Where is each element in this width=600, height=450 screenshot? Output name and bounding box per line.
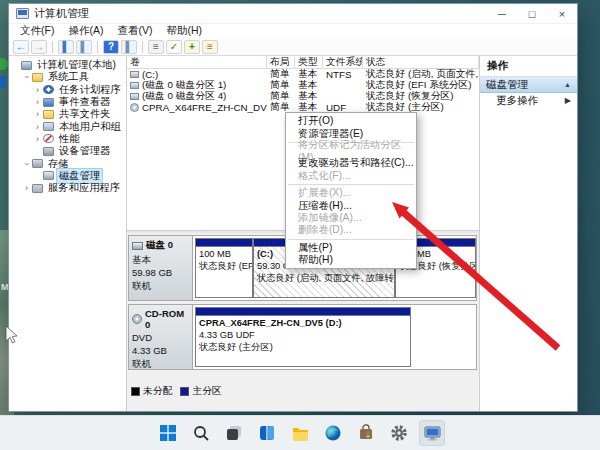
legend-item-0: 未分配: [131, 385, 172, 398]
column-header-1[interactable]: 布局: [267, 56, 295, 68]
tree-expander-icon[interactable]: ›: [33, 134, 42, 144]
tree-item-storage[interactable]: ›存储: [9, 157, 126, 169]
column-header-2[interactable]: 类型: [295, 56, 323, 68]
toolbar-separator: [52, 41, 53, 53]
disk-icon: [130, 93, 139, 100]
legend-label: 主分区: [192, 385, 221, 398]
widgets-icon[interactable]: [254, 420, 280, 446]
volume-cell: 状态良好 (启动, 页面文件, 故障转储, 基本数据分...: [363, 69, 479, 80]
tree-expander-icon[interactable]: ›: [22, 159, 32, 168]
app-icon: [16, 8, 29, 19]
add-folder-icon[interactable]: +: [184, 40, 200, 54]
tree-item-folder[interactable]: ›系统工具: [9, 71, 126, 83]
cdrom0-info[interactable]: CD-ROM 0 DVD 4.33 GB 联机: [129, 305, 193, 369]
edge-icon[interactable]: [320, 420, 346, 446]
cdrom0-name: CD-ROM 0: [145, 308, 190, 330]
partition-status: 状态良好 (启动, 页面文件, 故障转储, 基本数据分区): [257, 272, 391, 284]
store-icon[interactable]: [353, 420, 379, 446]
cdrom0-size: 4.33 GB: [132, 345, 190, 358]
disk0-size: 59.98 GB: [132, 267, 190, 280]
tree-item-event-viewer[interactable]: ›事件查看器: [9, 96, 126, 108]
dvd-media-box[interactable]: CPRA_X64FRE_ZH-CN_DV5 (D:) 4.33 GB UDF 状…: [195, 307, 411, 367]
legend-swatch: [180, 387, 189, 396]
titlebar[interactable]: 计算机管理 ─ □ ×: [9, 4, 577, 24]
check-doc-icon[interactable]: ✓: [166, 40, 182, 54]
tree-item-services[interactable]: ›服务和应用程序: [9, 182, 126, 194]
tree-item-label: 服务和应用程序: [46, 181, 122, 195]
partition-color-strip: [196, 308, 410, 316]
shared-folders-icon: [43, 110, 54, 119]
column-header-3[interactable]: 文件系统: [323, 56, 363, 68]
context-menu-item-13[interactable]: 帮助(H): [286, 254, 416, 266]
menu-1[interactable]: 操作(A): [61, 24, 110, 38]
menu-separator: [288, 239, 414, 240]
details-icon[interactable]: ≡: [202, 40, 218, 54]
back-icon[interactable]: ←: [13, 40, 29, 54]
computer-icon: [21, 61, 32, 70]
volume-cell: 基本: [295, 80, 323, 91]
minimize-button[interactable]: ─: [487, 4, 517, 23]
disk0-partition-0[interactable]: 100 MB状态良好 (EFI 系统分区): [195, 238, 253, 298]
tree-item-shared-folders[interactable]: ›共享文件夹: [9, 108, 126, 120]
volume-row-1[interactable]: (磁盘 0 磁盘分区 1)简单基本状态良好 (EFI 系统分区): [127, 80, 479, 91]
tree-item-device-manager[interactable]: 设备管理器: [9, 145, 126, 157]
tree-expander-icon[interactable]: ›: [33, 85, 42, 95]
dvd-status: 状态良好 (主分区): [199, 341, 407, 353]
context-menu-item-0[interactable]: 打开(O): [286, 115, 416, 127]
console-window-icon-2[interactable]: ▌: [121, 40, 137, 54]
context-menu-item-5: 格式化(F)...: [286, 170, 416, 182]
tree-item-performance[interactable]: ›性能: [9, 133, 126, 145]
desktop: M 计算机管理 ─ □ × 文件(F)操作(A)查看(V)帮助(H) ←→▌▌?…: [0, 0, 600, 450]
maximize-button[interactable]: □: [517, 4, 547, 23]
context-menu: 打开(O)资源管理器(E)将分区标记为活动分区(M)更改驱动器号和路径(C)..…: [285, 112, 417, 269]
task-view-icon[interactable]: [221, 420, 247, 446]
volume-row-2[interactable]: (磁盘 0 磁盘分区 4)简单基本状态良好 (恢复分区): [127, 91, 479, 102]
volume-list-header: 卷布局类型文件系统状态: [127, 56, 479, 69]
volume-cell: 简单: [267, 91, 295, 102]
tree-expander-icon[interactable]: ›: [33, 97, 42, 107]
disk0-info[interactable]: 磁盘 0 基本 59.98 GB 联机: [129, 236, 193, 300]
help-icon[interactable]: ?: [103, 40, 119, 54]
partition-color-strip: [196, 239, 252, 247]
file-explorer-icon[interactable]: [287, 420, 313, 446]
actions-header: 操作: [480, 56, 577, 77]
close-button[interactable]: ×: [547, 4, 577, 23]
show-tree-icon[interactable]: ▌: [58, 40, 74, 54]
tree-item-disk-management[interactable]: 磁盘管理: [9, 170, 126, 182]
actions-more[interactable]: 更多操作 ▶: [480, 93, 577, 108]
tree-item-users[interactable]: ›本地用户和组: [9, 120, 126, 132]
tree-expander-icon[interactable]: ›: [22, 183, 31, 193]
menu-3[interactable]: 帮助(H): [159, 24, 209, 38]
partition-status: 状态良好 (EFI 系统分区): [199, 260, 249, 272]
tree-expander-icon[interactable]: ›: [33, 109, 42, 119]
context-menu-item-4[interactable]: 更改驱动器号和路径(C)...: [286, 157, 416, 169]
menu-2[interactable]: 查看(V): [110, 24, 159, 38]
event-viewer-icon: [43, 98, 54, 107]
context-menu-item-12[interactable]: 属性(P): [286, 242, 416, 254]
actions-disk-management[interactable]: 磁盘管理 ▲: [480, 77, 577, 93]
search-icon[interactable]: [188, 420, 214, 446]
context-menu-item-8[interactable]: 压缩卷(H)...: [286, 199, 416, 211]
collapse-icon[interactable]: ▲: [564, 81, 571, 88]
tool-icon[interactable]: ≡: [148, 40, 164, 54]
partition-size: 100 MB: [199, 248, 249, 260]
volume-row-0[interactable]: (C:)简单基本NTFS状态良好 (启动, 页面文件, 故障转储, 基本数据分.…: [127, 69, 479, 80]
cd-icon: [132, 314, 142, 324]
tree-expander-icon[interactable]: ›: [33, 122, 42, 132]
legend-label: 未分配: [143, 385, 172, 398]
settings-gear-icon[interactable]: [386, 420, 412, 446]
console-window-icon[interactable]: ▌: [76, 40, 92, 54]
tree-item-computer[interactable]: 计算机管理(本地): [9, 59, 126, 71]
volume-cell: 基本: [295, 69, 323, 80]
disk0-status: 联机: [132, 280, 190, 293]
column-header-4[interactable]: 状态: [363, 56, 479, 68]
column-header-0[interactable]: 卷: [127, 56, 267, 68]
dvd-size-fs: 4.33 GB UDF: [199, 329, 407, 341]
start-button[interactable]: [155, 420, 181, 446]
tree-item-scheduler[interactable]: ›任务计划程序: [9, 84, 126, 96]
computer-management-taskbar-icon[interactable]: [419, 420, 445, 446]
disk-management-icon: [43, 171, 54, 180]
tree-expander-icon[interactable]: ›: [22, 73, 32, 82]
menu-0[interactable]: 文件(F): [13, 24, 61, 38]
forward-icon[interactable]: →: [31, 40, 47, 54]
